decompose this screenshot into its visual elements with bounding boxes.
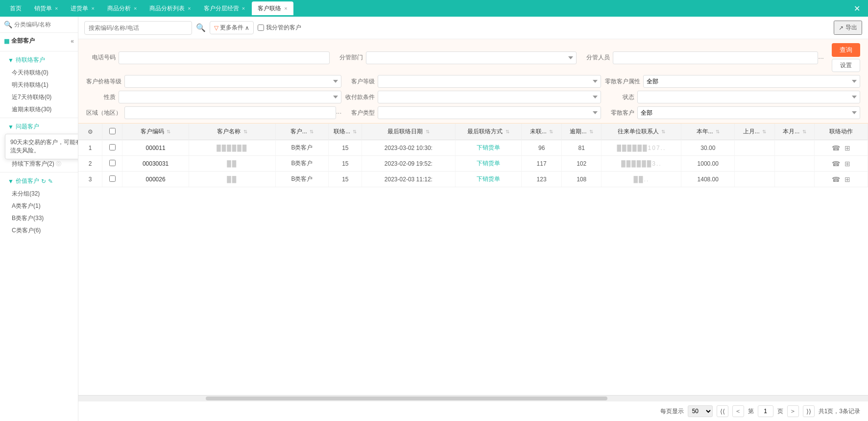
filter-more-button[interactable]: ▽ 更多条件 ∧ — [210, 21, 254, 34]
filter-select-price-level[interactable] — [124, 75, 341, 88]
my-customers-checkbox[interactable] — [258, 25, 264, 31]
action-phone-icon-2[interactable]: ☎ — [832, 175, 840, 183]
sort-last-date-icon[interactable]: ⇅ — [426, 129, 430, 134]
action-grid-icon-0[interactable]: ⊞ — [844, 144, 850, 152]
th-this-month[interactable]: 本月... ⇅ — [774, 124, 815, 140]
td-last-method-2[interactable]: 下销货单 — [455, 172, 522, 187]
tab-purchase[interactable]: 进货单 × — [65, 1, 100, 15]
filter-select-type[interactable] — [378, 106, 601, 119]
sidebar-group-waiting[interactable]: ▼ 待联络客户 — [0, 53, 78, 67]
page-input[interactable] — [758, 405, 773, 417]
th-contact[interactable]: 联络... ⇅ — [329, 124, 362, 140]
tab-analysis-list[interactable]: 商品分析列表 × — [144, 1, 196, 15]
filter-select-status[interactable] — [637, 91, 860, 103]
tab-analysis-close[interactable]: × — [134, 5, 137, 11]
per-page-select[interactable]: 50 20 100 — [688, 405, 713, 417]
th-last-method[interactable]: 最后联络方式 ⇅ — [455, 124, 522, 140]
tab-home[interactable]: 首页 — [4, 1, 27, 15]
th-this-year[interactable]: 本年... ⇅ — [681, 124, 735, 140]
row-checkbox-2[interactable] — [109, 175, 116, 182]
sort-type-icon[interactable]: ⇅ — [310, 129, 313, 134]
tab-sales-close[interactable]: × — [55, 5, 58, 11]
action-grid-icon-2[interactable]: ⊞ — [844, 175, 850, 183]
sort-unlinking-icon[interactable]: ⇅ — [549, 129, 553, 134]
sidebar-item-overdue[interactable]: 逾期未联络(30) — [0, 103, 78, 116]
td-checkbox-2[interactable] — [102, 172, 122, 187]
filter-select-dept[interactable] — [366, 51, 577, 64]
action-phone-icon-1[interactable]: ☎ — [832, 160, 840, 168]
tab-analysis[interactable]: 商品分析 × — [101, 1, 143, 15]
sidebar-collapse-btn[interactable]: « — [71, 38, 74, 45]
sidebar-item-7days[interactable]: 近7天待联络(0) — [0, 91, 78, 103]
sort-name-icon[interactable]: ⇅ — [243, 129, 247, 134]
filter-select-payment[interactable] — [378, 91, 601, 103]
td-code-2[interactable]: 000026 — [122, 172, 189, 187]
scrollbar-thumb[interactable] — [206, 396, 607, 400]
query-button[interactable]: 查询 — [832, 43, 860, 57]
sidebar-all-customers[interactable]: ▦ 全部客户 « — [0, 33, 78, 49]
filter-select-zero-attr[interactable]: 全部 — [643, 75, 860, 88]
sort-code-icon[interactable]: ⇅ — [167, 129, 170, 134]
td-checkbox-0[interactable] — [102, 140, 122, 156]
filter-input-manager[interactable] — [613, 51, 818, 64]
filter-search-button[interactable]: 🔍 — [196, 23, 206, 32]
sort-contact-person-icon[interactable]: ⇅ — [661, 129, 665, 134]
th-code[interactable]: 客户编码 ⇅ — [122, 124, 189, 140]
horizontal-scrollbar[interactable] — [78, 395, 868, 401]
sidebar-group-problem[interactable]: ▼ 问题客户 — [0, 120, 78, 133]
last-method-link-0[interactable]: 下销货单 — [477, 144, 500, 151]
last-method-link-1[interactable]: 下销货单 — [477, 160, 500, 167]
action-grid-icon-1[interactable]: ⊞ — [844, 160, 850, 168]
sidebar-item-tomorrow[interactable]: 明天待联络(1) — [0, 79, 78, 91]
sidebar-item-class-c[interactable]: C类客户(6) — [0, 224, 78, 237]
td-code-1[interactable]: 00030031 — [122, 156, 189, 172]
sort-contact-icon[interactable]: ⇅ — [353, 129, 357, 134]
tab-analysis-list-close[interactable]: × — [188, 5, 191, 11]
last-page-button[interactable]: ⟩⟩ — [803, 405, 815, 417]
sort-last-month-icon[interactable]: ⇅ — [762, 129, 766, 134]
filter-region-ellipsis[interactable]: ··· — [336, 109, 342, 117]
row-checkbox-0[interactable] — [109, 144, 116, 150]
next-page-button[interactable]: ＞ — [787, 405, 799, 417]
window-close-button[interactable]: ✕ — [850, 4, 864, 13]
th-name[interactable]: 客户名称 ⇅ — [189, 124, 276, 140]
sort-this-month-icon[interactable]: ⇅ — [802, 129, 806, 134]
first-page-button[interactable]: ⟨⟨ — [717, 405, 728, 417]
sort-overdue-icon[interactable]: ⇅ — [589, 129, 593, 134]
th-last-date[interactable]: 最后联络日期 ⇅ — [362, 124, 455, 140]
sidebar-item-declining[interactable]: 持续下滑客户(2) ⓪ — [0, 158, 78, 170]
th-contact-person[interactable]: 往来单位联系人 ⇅ — [602, 124, 681, 140]
sort-last-method-icon[interactable]: ⇅ — [506, 129, 509, 134]
filter-select-nature[interactable] — [119, 91, 341, 103]
sidebar-item-class-b[interactable]: B类客户(33) — [0, 212, 78, 224]
last-method-link-2[interactable]: 下销货单 — [477, 175, 500, 182]
td-code-0[interactable]: 000011 — [122, 140, 189, 156]
filter-input-phone[interactable] — [119, 51, 330, 64]
th-checkbox[interactable] — [102, 124, 122, 140]
export-button[interactable]: ↗ 导出 — [834, 21, 862, 35]
sidebar-search-input[interactable] — [14, 21, 78, 28]
prev-page-button[interactable]: ＜ — [732, 405, 744, 417]
edit-icon[interactable]: ✎ — [48, 178, 53, 185]
select-all-checkbox[interactable] — [109, 128, 116, 134]
refresh-icon[interactable]: ↻ — [41, 178, 46, 185]
tab-sales[interactable]: 销货单 × — [28, 1, 64, 15]
tab-customer-contact-close[interactable]: × — [284, 5, 287, 11]
th-type[interactable]: 客户... ⇅ — [275, 124, 329, 140]
filter-select-level[interactable] — [378, 75, 601, 88]
th-last-month[interactable]: 上月... ⇅ — [735, 124, 775, 140]
filter-my-customers[interactable]: 我分管的客户 — [258, 24, 301, 32]
tab-customer-layer-close[interactable]: × — [242, 5, 245, 11]
sort-this-year-icon[interactable]: ⇅ — [716, 129, 720, 134]
sidebar-item-class-a[interactable]: A类客户(1) — [0, 200, 78, 212]
filter-select-zero[interactable]: 全部 — [637, 106, 860, 119]
td-last-method-1[interactable]: 下销货单 — [455, 156, 522, 172]
th-settings[interactable]: ⚙ — [78, 124, 102, 140]
th-unlinking[interactable]: 未联... ⇅ — [522, 124, 562, 140]
action-phone-icon-0[interactable]: ☎ — [832, 144, 840, 152]
tab-customer-contact[interactable]: 客户联络 × — [252, 1, 293, 15]
filter-input-region[interactable] — [124, 106, 336, 119]
row-checkbox-1[interactable] — [109, 160, 116, 166]
td-last-method-0[interactable]: 下销货单 — [455, 140, 522, 156]
filter-manager-ellipsis[interactable]: ··· — [818, 54, 824, 62]
